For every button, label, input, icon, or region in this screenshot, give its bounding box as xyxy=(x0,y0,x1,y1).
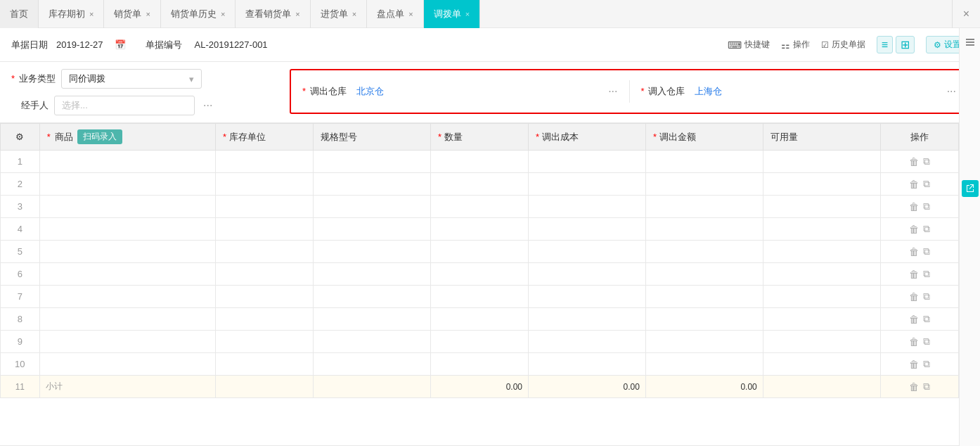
available-cell[interactable] xyxy=(763,218,880,241)
close-icon[interactable]: × xyxy=(89,10,94,18)
tab-transfer-order[interactable]: 调拨单 × xyxy=(424,0,480,28)
copy-icon[interactable]: ⧉ xyxy=(923,268,930,280)
spec-cell[interactable] xyxy=(314,151,431,173)
layout-btn-1[interactable]: ≡ xyxy=(877,36,893,53)
product-cell[interactable] xyxy=(39,218,215,241)
cost-cell[interactable] xyxy=(529,196,646,218)
product-cell[interactable] xyxy=(39,196,215,218)
cost-cell[interactable] xyxy=(529,218,646,241)
scan-button[interactable]: 扫码录入 xyxy=(77,129,122,144)
spec-cell[interactable] xyxy=(314,353,431,376)
cost-cell[interactable] xyxy=(529,241,646,263)
spec-cell[interactable] xyxy=(314,263,431,286)
copy-icon[interactable]: ⧉ xyxy=(923,246,930,257)
window-close-button[interactable]: × xyxy=(952,0,980,28)
delete-icon[interactable]: 🗑 xyxy=(909,156,919,167)
shortcut-button[interactable]: ⌨ 快捷键 xyxy=(728,39,770,51)
unit-cell[interactable] xyxy=(215,331,313,353)
spec-cell[interactable] xyxy=(314,286,431,308)
copy-icon[interactable]: ⧉ xyxy=(923,358,930,370)
spec-cell[interactable] xyxy=(314,331,431,353)
qty-cell[interactable] xyxy=(430,263,528,286)
qty-cell[interactable] xyxy=(430,218,528,241)
transfer-in-ellipsis-button[interactable]: ··· xyxy=(947,85,956,98)
copy-icon[interactable]: ⧉ xyxy=(923,313,930,325)
amount-cell[interactable] xyxy=(645,241,763,263)
cost-cell[interactable] xyxy=(529,308,646,331)
amount-cell[interactable] xyxy=(645,286,763,308)
available-cell[interactable] xyxy=(763,173,880,196)
qty-cell[interactable] xyxy=(430,286,528,308)
available-cell[interactable] xyxy=(763,308,880,331)
amount-cell[interactable] xyxy=(645,151,763,173)
available-cell[interactable] xyxy=(763,263,880,286)
close-icon[interactable]: × xyxy=(408,10,413,18)
delete-icon[interactable]: 🗑 xyxy=(909,336,919,348)
spec-cell[interactable] xyxy=(314,308,431,331)
unit-cell[interactable] xyxy=(215,173,313,196)
available-cell[interactable] xyxy=(763,151,880,173)
spec-cell[interactable] xyxy=(314,218,431,241)
unit-cell[interactable] xyxy=(215,151,313,173)
qty-cell[interactable] xyxy=(430,241,528,263)
delete-icon[interactable]: 🗑 xyxy=(909,224,919,235)
product-cell[interactable] xyxy=(39,263,215,286)
delete-icon[interactable]: 🗑 xyxy=(909,269,919,280)
cost-cell[interactable] xyxy=(529,263,646,286)
spec-cell[interactable] xyxy=(314,196,431,218)
amount-cell[interactable] xyxy=(645,196,763,218)
tab-home[interactable]: 首页 xyxy=(0,0,39,28)
product-cell[interactable] xyxy=(39,331,215,353)
calendar-icon[interactable]: 📅 xyxy=(115,39,126,50)
product-cell[interactable] xyxy=(39,308,215,331)
unit-cell[interactable] xyxy=(215,263,313,286)
qty-cell[interactable] xyxy=(430,331,528,353)
amount-cell[interactable] xyxy=(645,173,763,196)
unit-cell[interactable] xyxy=(215,308,313,331)
delete-icon[interactable]: 🗑 xyxy=(909,359,919,370)
product-cell[interactable] xyxy=(39,353,215,376)
tab-view-sales[interactable]: 查看销货单 × xyxy=(236,0,310,28)
delete-icon[interactable]: 🗑 xyxy=(909,201,919,212)
unit-cell[interactable] xyxy=(215,353,313,376)
tab-purchase-order[interactable]: 进货单 × xyxy=(311,0,367,28)
close-icon[interactable]: × xyxy=(465,10,470,18)
qty-cell[interactable] xyxy=(430,173,528,196)
amount-cell[interactable] xyxy=(645,308,763,331)
settings-col-header[interactable]: ⚙ xyxy=(1,124,40,151)
transfer-out-ellipsis-button[interactable]: ··· xyxy=(608,85,617,98)
layout-btn-2[interactable]: ⊞ xyxy=(896,36,915,53)
cost-cell[interactable] xyxy=(529,286,646,308)
copy-icon[interactable]: ⧉ xyxy=(923,381,930,393)
qty-cell[interactable] xyxy=(430,151,528,173)
agent-ellipsis-button[interactable]: ··· xyxy=(203,99,212,112)
qty-cell[interactable] xyxy=(430,353,528,376)
delete-icon[interactable]: 🗑 xyxy=(909,314,919,325)
right-panel-export-icon[interactable] xyxy=(962,180,979,197)
close-icon[interactable]: × xyxy=(146,10,150,18)
product-cell[interactable] xyxy=(39,173,215,196)
available-cell[interactable] xyxy=(763,331,880,353)
agent-dropdown[interactable]: 选择... xyxy=(54,96,195,115)
delete-icon[interactable]: 🗑 xyxy=(909,291,919,302)
copy-icon[interactable]: ⧉ xyxy=(923,291,930,302)
amount-cell[interactable] xyxy=(645,218,763,241)
available-cell[interactable] xyxy=(763,241,880,263)
product-cell[interactable] xyxy=(39,151,215,173)
unit-cell[interactable] xyxy=(215,241,313,263)
copy-icon[interactable]: ⧉ xyxy=(923,155,930,167)
delete-icon[interactable]: 🗑 xyxy=(909,246,919,257)
cost-cell[interactable] xyxy=(529,353,646,376)
unit-cell[interactable] xyxy=(215,196,313,218)
operation-button[interactable]: ⚏ 操作 xyxy=(781,39,810,51)
cost-cell[interactable] xyxy=(529,331,646,353)
close-icon[interactable]: × xyxy=(352,10,356,18)
spec-cell[interactable] xyxy=(314,173,431,196)
qty-cell[interactable] xyxy=(430,196,528,218)
tab-inventory-count[interactable]: 盘点单 × xyxy=(367,0,423,28)
copy-icon[interactable]: ⧉ xyxy=(923,178,930,190)
product-cell[interactable] xyxy=(39,241,215,263)
tab-sales-order[interactable]: 销货单 × xyxy=(104,0,160,28)
qty-cell[interactable] xyxy=(430,308,528,331)
copy-icon[interactable]: ⧉ xyxy=(923,223,930,235)
